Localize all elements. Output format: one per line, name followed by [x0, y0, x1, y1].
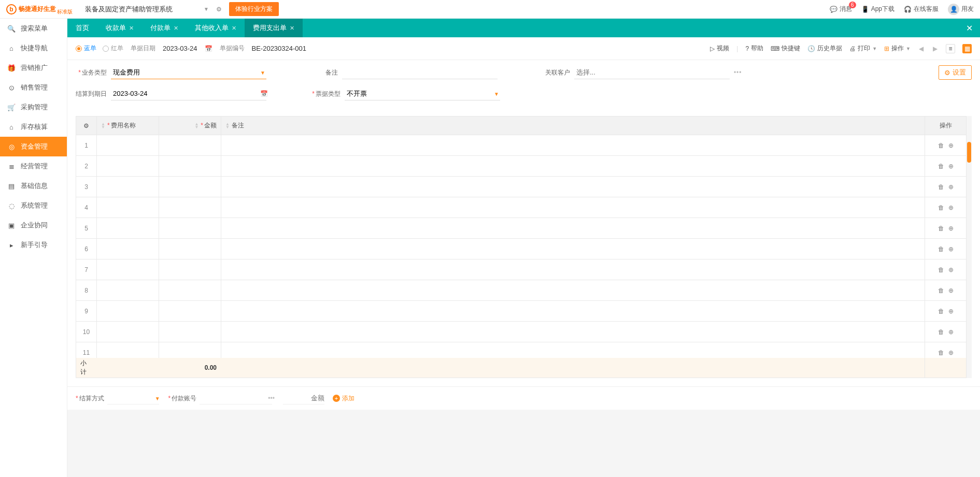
- copy-icon[interactable]: ⊕: [948, 183, 954, 191]
- customer-input[interactable]: [574, 66, 730, 79]
- sidebar-item-finance[interactable]: ◎资金管理: [0, 137, 67, 156]
- scrollbar-thumb[interactable]: [967, 142, 971, 163]
- delete-icon[interactable]: 🗑: [938, 266, 944, 273]
- table-row[interactable]: 1: [76, 135, 925, 156]
- amount-input[interactable]: [283, 392, 324, 404]
- settings-button[interactable]: ⚙设置: [939, 65, 972, 80]
- shortcut-link[interactable]: ⌨快捷键: [771, 44, 800, 53]
- delete-icon[interactable]: 🗑: [938, 287, 944, 294]
- cell-amount[interactable]: [159, 259, 221, 280]
- account-input[interactable]: [200, 392, 272, 404]
- cell-remark[interactable]: [221, 156, 925, 176]
- cell-amount[interactable]: [159, 156, 221, 176]
- cell-amount[interactable]: [159, 342, 221, 358]
- add-button[interactable]: + 添加: [333, 394, 354, 403]
- copy-icon[interactable]: ⊕: [948, 287, 954, 294]
- delete-icon[interactable]: 🗑: [938, 163, 944, 170]
- copy-icon[interactable]: ⊕: [948, 308, 954, 315]
- close-icon[interactable]: ✕: [174, 25, 178, 32]
- copy-icon[interactable]: ⊕: [948, 204, 954, 211]
- remark-input[interactable]: [342, 66, 498, 79]
- radio-red[interactable]: 红单: [103, 44, 123, 53]
- copy-icon[interactable]: ⊕: [948, 225, 954, 232]
- sidebar-item-guide[interactable]: ▸新手引导: [0, 235, 67, 255]
- table-row[interactable]: 2: [76, 156, 925, 177]
- sidebar-item-system[interactable]: ◌系统管理: [0, 196, 67, 215]
- delete-icon[interactable]: 🗑: [938, 245, 944, 253]
- support-link[interactable]: 🎧 在线客服: [904, 5, 939, 13]
- cell-remark[interactable]: [221, 197, 925, 218]
- history-link[interactable]: 🕓历史单据: [807, 44, 842, 53]
- due-input[interactable]: [111, 87, 266, 100]
- cell-amount[interactable]: [159, 135, 221, 155]
- table-row[interactable]: 11: [76, 342, 925, 358]
- cell-name[interactable]: [97, 239, 159, 259]
- cta-button[interactable]: 体验行业方案: [229, 2, 279, 16]
- delete-icon[interactable]: 🗑: [938, 308, 944, 315]
- cell-name[interactable]: [97, 280, 159, 300]
- cell-amount[interactable]: [159, 218, 221, 238]
- copy-icon[interactable]: ⊕: [948, 163, 954, 170]
- view-detail-icon[interactable]: ▦: [962, 44, 972, 53]
- delete-icon[interactable]: 🗑: [938, 142, 944, 149]
- sidebar-item-business[interactable]: ≣经营管理: [0, 156, 67, 176]
- table-row[interactable]: 6: [76, 239, 925, 259]
- radio-blue[interactable]: 蓝单: [76, 44, 96, 53]
- cell-amount[interactable]: [159, 322, 221, 342]
- chevron-down-icon[interactable]: ▼: [260, 70, 265, 76]
- copy-icon[interactable]: ⊕: [948, 245, 954, 253]
- cell-name[interactable]: [97, 342, 159, 358]
- cell-amount[interactable]: [159, 301, 221, 321]
- sidebar-item-basedata[interactable]: ▤基础信息: [0, 176, 67, 196]
- cell-amount[interactable]: [159, 239, 221, 259]
- cell-remark[interactable]: [221, 322, 925, 342]
- close-icon[interactable]: ✕: [129, 25, 134, 32]
- next-button[interactable]: ▶: [932, 45, 939, 52]
- table-row[interactable]: 9: [76, 301, 925, 322]
- cell-name[interactable]: [97, 218, 159, 238]
- cell-remark[interactable]: [221, 239, 925, 259]
- copy-icon[interactable]: ⊕: [948, 328, 954, 336]
- calendar-icon[interactable]: 📅: [260, 90, 268, 97]
- cell-amount[interactable]: [159, 280, 221, 300]
- delete-icon[interactable]: 🗑: [938, 183, 944, 191]
- table-row[interactable]: 4: [76, 197, 925, 218]
- cell-remark[interactable]: [221, 177, 925, 197]
- cell-remark[interactable]: [221, 280, 925, 300]
- cell-remark[interactable]: [221, 301, 925, 321]
- delete-icon[interactable]: 🗑: [938, 328, 944, 336]
- cell-amount[interactable]: [159, 177, 221, 197]
- sidebar-item-quicknav[interactable]: ⌂快捷导航: [0, 38, 67, 58]
- col-expense-name[interactable]: ▲▼费用名称: [97, 117, 159, 135]
- cell-name[interactable]: [97, 259, 159, 280]
- table-row[interactable]: 3: [76, 177, 925, 197]
- settle-input[interactable]: [107, 392, 159, 404]
- print-button[interactable]: 🖨打印▼: [849, 44, 877, 53]
- ops-button[interactable]: ⊞操作▼: [884, 44, 911, 53]
- tab-receipt[interactable]: 收款单✕: [97, 19, 142, 37]
- cell-amount[interactable]: [159, 197, 221, 218]
- sidebar-item-marketing[interactable]: 🎁营销推广: [0, 58, 67, 78]
- messages-link[interactable]: 💬 消息 6: [830, 5, 852, 13]
- cell-name[interactable]: [97, 156, 159, 176]
- cell-name[interactable]: [97, 301, 159, 321]
- sidebar-item-purchase[interactable]: 🛒采购管理: [0, 97, 67, 117]
- close-icon[interactable]: ✕: [290, 25, 294, 32]
- copy-icon[interactable]: ⊕: [948, 142, 954, 149]
- grid-settings-button[interactable]: ⚙: [76, 117, 97, 135]
- table-row[interactable]: 7: [76, 259, 925, 280]
- cell-remark[interactable]: [221, 342, 925, 358]
- cell-name[interactable]: [97, 135, 159, 155]
- cell-name[interactable]: [97, 197, 159, 218]
- help-link[interactable]: ?帮助: [745, 44, 763, 53]
- table-row[interactable]: 5: [76, 218, 925, 239]
- cell-remark[interactable]: [221, 259, 925, 280]
- invoice-input[interactable]: [345, 87, 500, 100]
- tab-home[interactable]: 首页: [67, 19, 97, 37]
- tab-expense[interactable]: 费用支出单✕: [245, 19, 303, 37]
- video-link[interactable]: ▷视频: [710, 44, 729, 53]
- table-row[interactable]: 8: [76, 280, 925, 301]
- chevron-down-icon[interactable]: ▼: [155, 396, 160, 401]
- ellipsis-icon[interactable]: •••: [734, 69, 742, 76]
- view-list-icon[interactable]: ≡: [946, 44, 955, 53]
